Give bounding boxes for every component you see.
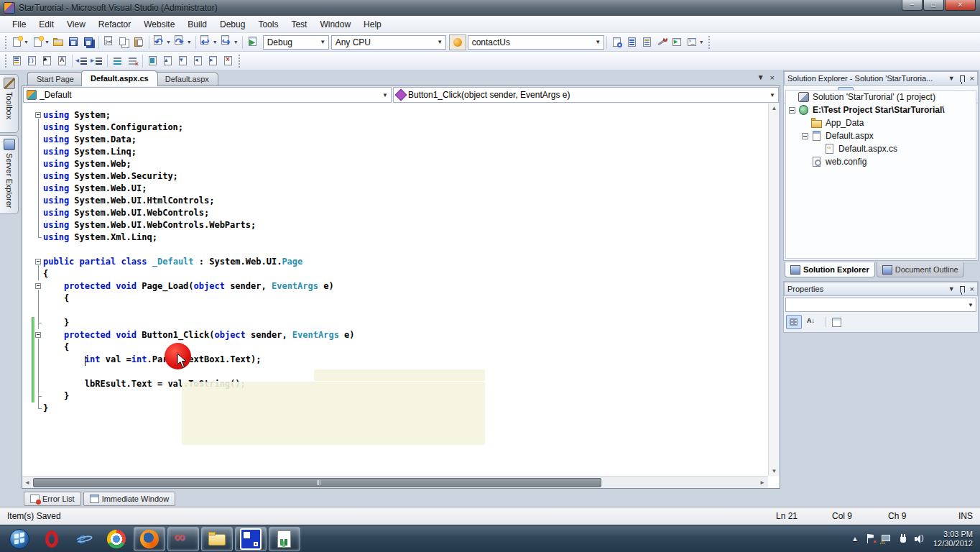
- menu-website[interactable]: Website: [137, 17, 181, 32]
- window-position-icon[interactable]: ▼: [948, 75, 955, 82]
- navigate-forward-button[interactable]: ▼: [219, 35, 240, 49]
- find-combo[interactable]: contactUs ▼: [468, 35, 604, 50]
- code-line[interactable]: }: [22, 317, 768, 329]
- network-icon[interactable]: ⚠: [882, 535, 892, 543]
- code-line[interactable]: using System.Web.UI.WebControls.WebParts…: [22, 219, 768, 231]
- properties-header[interactable]: Properties ▼ ×: [784, 282, 978, 296]
- tab-immediate-window[interactable]: Immediate Window: [83, 492, 176, 506]
- horizontal-scrollbar[interactable]: ◄ ►: [22, 476, 768, 488]
- quick-info-button[interactable]: [40, 54, 55, 68]
- menu-view[interactable]: View: [60, 17, 92, 32]
- auto-hide-pin-icon[interactable]: [960, 286, 965, 293]
- properties-window-button[interactable]: [639, 35, 655, 49]
- menu-file[interactable]: File: [6, 17, 32, 32]
- add-item-button[interactable]: ▼: [30, 35, 51, 49]
- fold-marker[interactable]: [34, 109, 43, 121]
- window-position-icon[interactable]: ▼: [948, 285, 955, 293]
- scroll-right-icon[interactable]: ►: [759, 479, 765, 486]
- toolbar-grip[interactable]: [4, 36, 7, 49]
- show-hidden-icons-icon[interactable]: ▲: [851, 535, 859, 543]
- toolbar-grip[interactable]: [4, 55, 7, 68]
- chevron-down-icon[interactable]: ▼: [187, 40, 192, 45]
- taskbar-visual-studio[interactable]: [167, 527, 199, 551]
- menu-edit[interactable]: Edit: [32, 17, 60, 32]
- code-line[interactable]: [22, 244, 768, 256]
- tree-item[interactable]: Default.aspx.cs: [786, 142, 976, 155]
- code-line[interactable]: protected void Page_Load(object sender, …: [22, 280, 768, 293]
- close-document-icon[interactable]: ×: [770, 73, 775, 82]
- code-line[interactable]: using System;: [22, 109, 768, 121]
- bookmark-previous-folder-button[interactable]: [190, 54, 205, 68]
- tree-expander-icon[interactable]: [789, 107, 795, 114]
- undo-button[interactable]: ▼: [152, 35, 172, 49]
- panel-tab-document-outline[interactable]: Document Outline: [877, 262, 964, 277]
- chevron-down-icon[interactable]: ▼: [699, 40, 704, 45]
- view-in-browser-button[interactable]: [670, 35, 685, 49]
- paste-button[interactable]: [131, 35, 147, 49]
- code-line[interactable]: public partial class _Default : System.W…: [22, 256, 768, 268]
- start-debug-button[interactable]: [245, 35, 260, 49]
- active-files-dropdown-icon[interactable]: ▼: [757, 73, 764, 82]
- open-file-button[interactable]: [51, 35, 66, 49]
- command-window-button[interactable]: ▼: [685, 35, 706, 49]
- tree-item[interactable]: Default.aspx: [786, 129, 976, 142]
- property-pages-icon[interactable]: [828, 315, 844, 329]
- scrollbar-thumb[interactable]: [33, 478, 601, 487]
- panel-tab-solution-explorer[interactable]: Solution Explorer: [785, 262, 875, 277]
- taskbar-firefox[interactable]: [134, 527, 165, 551]
- tree-item[interactable]: App_Data: [786, 116, 976, 129]
- tree-item[interactable]: web.config: [786, 155, 976, 168]
- code-line[interactable]: using System.Xml.Linq;: [22, 231, 768, 244]
- sidebar-tab-server-explorer[interactable]: Server Explorer: [0, 135, 19, 214]
- word-completion-button[interactable]: [55, 54, 70, 68]
- code-line[interactable]: using System.Linq;: [22, 146, 768, 158]
- code-line[interactable]: using System.Web.UI.WebControls;: [22, 207, 768, 219]
- decrease-indent-button[interactable]: [75, 54, 90, 68]
- redo-button[interactable]: ▼: [172, 35, 193, 49]
- types-dropdown[interactable]: _Default ▼: [23, 87, 392, 103]
- code-line[interactable]: using System.Web.UI.HtmlControls;: [22, 195, 768, 207]
- uncomment-lines-button[interactable]: [125, 54, 140, 68]
- code-line[interactable]: {: [22, 268, 768, 280]
- code-line[interactable]: {: [22, 293, 768, 305]
- code-editor[interactable]: using System;using System.Configuration;…: [22, 104, 768, 476]
- member-list-button[interactable]: [9, 54, 24, 68]
- taskbar-opera[interactable]: [37, 528, 67, 551]
- increase-indent-button[interactable]: [90, 54, 105, 68]
- save-all-button[interactable]: [81, 35, 96, 49]
- close-button[interactable]: [945, 0, 976, 11]
- scroll-left-icon[interactable]: ◄: [24, 479, 30, 486]
- chevron-down-icon[interactable]: ▼: [379, 92, 391, 98]
- fold-marker[interactable]: [34, 280, 43, 293]
- sidebar-tab-toolbox[interactable]: Toolbox: [0, 74, 19, 133]
- alphabetical-icon[interactable]: [804, 315, 820, 329]
- menu-window[interactable]: Window: [313, 17, 357, 32]
- menu-refactor[interactable]: Refactor: [92, 17, 137, 32]
- code-line[interactable]: using System.Web.UI;: [22, 183, 768, 195]
- tab-default-aspx-cs[interactable]: Default.aspx.cs: [81, 70, 158, 86]
- menu-debug[interactable]: Debug: [213, 17, 251, 32]
- chevron-down-icon[interactable]: ▼: [966, 302, 976, 308]
- tab-default-aspx[interactable]: Default.aspx: [156, 72, 218, 86]
- code-line[interactable]: protected void Button1_Click(object send…: [22, 329, 768, 341]
- tab-error-list[interactable]: Error List: [24, 492, 81, 506]
- power-icon[interactable]: [900, 534, 907, 543]
- taskbar-internet-explorer[interactable]: [69, 528, 99, 551]
- auto-hide-pin-icon[interactable]: [960, 75, 965, 82]
- new-project-button[interactable]: ▼: [9, 35, 30, 49]
- comment-lines-button[interactable]: [110, 54, 125, 68]
- options-wrench-button[interactable]: [655, 35, 670, 49]
- minimize-button[interactable]: [902, 0, 923, 11]
- code-line[interactable]: int val =int.Parse(TextBox1.Text);: [22, 354, 768, 366]
- solution-explorer-header[interactable]: Solution Explorer - Solution 'StarTurori…: [784, 71, 978, 86]
- bookmark-toggle-button[interactable]: [145, 54, 160, 68]
- scroll-up-icon[interactable]: ▲: [769, 105, 780, 111]
- chevron-down-icon[interactable]: ▼: [45, 40, 50, 45]
- toolbar-overflow-grip[interactable]: [708, 36, 711, 49]
- solution-explorer-tb-button[interactable]: [624, 35, 639, 49]
- tree-item[interactable]: Solution 'StarTurorial' (1 project): [786, 91, 976, 104]
- taskbar-windows-explorer[interactable]: [201, 527, 233, 551]
- fold-marker[interactable]: [34, 256, 43, 268]
- properties-object-selector[interactable]: ▼: [785, 298, 976, 312]
- code-line[interactable]: {: [22, 341, 768, 354]
